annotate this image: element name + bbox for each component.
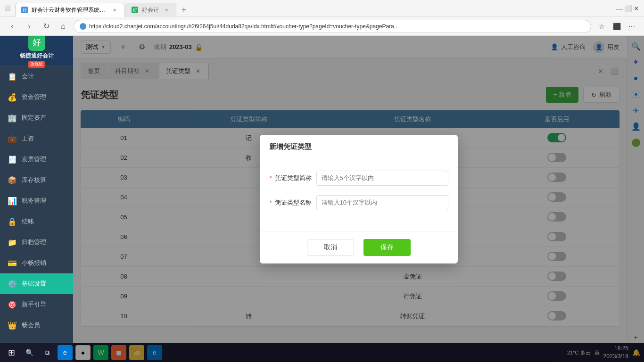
sidebar-item-archive-label: 归档管理	[22, 238, 46, 247]
bookmark-btn[interactable]: ☆	[595, 20, 608, 33]
sidebar-item-closing-label: 结账	[22, 217, 34, 226]
back-button[interactable]: ‹	[6, 20, 19, 33]
sidebar-item-invoice[interactable]: 🧾 发票管理	[0, 149, 73, 170]
address-bar-actions: ☆ ⬛ ⋯	[595, 20, 638, 33]
sidebar-item-closing[interactable]: 🔒 结账	[0, 211, 73, 232]
tab2-label: 好会计	[142, 6, 159, 14]
funds-icon: 💰	[8, 92, 17, 102]
sidebar-item-inventory-label: 库存核算	[22, 176, 46, 184]
required-icon-name: *	[270, 199, 272, 206]
extensions-btn[interactable]: ⬛	[610, 20, 623, 33]
sidebar-item-member[interactable]: 👑 畅会员	[0, 315, 73, 336]
sidebar-item-member-label: 畅会员	[22, 321, 40, 329]
task-view-btn[interactable]: ⧉	[40, 345, 55, 360]
address-bar: ‹ › ↻ ⌂ https://cloud2.chanjet.com/accou…	[0, 17, 644, 36]
invoice-icon: 🧾	[8, 155, 17, 164]
logo-text: 畅捷通好会计	[20, 52, 54, 60]
sidebar-item-payroll[interactable]: 💼 工资	[0, 128, 73, 149]
tab1-close[interactable]: ✕	[111, 6, 118, 14]
cancel-button[interactable]: 取消	[307, 239, 354, 256]
url-text: https://cloud2.chanjet.com/accounting/uh…	[89, 23, 399, 30]
sidebar-item-funds-label: 资金管理	[22, 93, 46, 101]
form-label-short: * 凭证类型简称	[269, 174, 312, 182]
required-icon-short: *	[270, 174, 272, 181]
archive-icon: 📁	[8, 238, 17, 247]
form-input-short[interactable]	[316, 171, 448, 186]
home-nav-button[interactable]: ⌂	[57, 20, 70, 33]
browser-titlebar: ⬜ 好 好会计云财务软件管理系统_会计 ✕ 好 好会计 ✕ + — ⬜ ✕	[0, 0, 644, 17]
modal-body: * 凭证类型简称 * 凭证类型名称	[260, 159, 458, 231]
taskbar-edge[interactable]: e	[58, 345, 73, 360]
fixed-assets-icon: 🏢	[8, 113, 17, 123]
sidebar-item-settings-label: 基础设置	[22, 280, 46, 288]
sidebar-logo: 好 畅捷通好会计 旗舰版	[0, 36, 73, 66]
accounting-icon: 📋	[8, 72, 17, 81]
window-minimize[interactable]: —	[616, 5, 623, 12]
sidebar-item-settings[interactable]: ⚙️ 基础设置	[0, 273, 73, 294]
sidebar-item-guide[interactable]: 🎯 新手引导	[0, 294, 73, 315]
sidebar-scroll: 📋 会计 💰 资金管理 🏢 固定资产 💼 工资 🧾 发票管理 📦 库存核	[0, 66, 73, 346]
window-close[interactable]: ✕	[633, 5, 640, 12]
browser-tab-2[interactable]: 好 好会计 ✕	[125, 3, 176, 17]
modal-overlay: 新增凭证类型 * 凭证类型简称 * 凭证类型名称 取消 保存	[73, 36, 644, 362]
member-icon: 👑	[8, 321, 17, 330]
refresh-nav-button[interactable]: ↻	[40, 20, 53, 33]
sidebar-item-inventory[interactable]: 📦 库存核算	[0, 170, 73, 190]
forward-button[interactable]: ›	[23, 20, 36, 33]
sidebar-item-fixed-assets-label: 固定资产	[22, 114, 46, 122]
modal-footer: 取消 保存	[260, 231, 458, 263]
guide-icon: 🎯	[8, 300, 17, 309]
window-restore[interactable]: ⬜	[624, 5, 632, 12]
closing-icon: 🔒	[8, 217, 17, 226]
new-tab-button[interactable]: +	[177, 4, 190, 17]
more-btn[interactable]: ⋯	[625, 20, 638, 33]
ssl-icon	[80, 23, 86, 30]
logo-box: 好 畅捷通好会计 旗舰版	[20, 36, 54, 68]
modal-dialog: 新增凭证类型 * 凭证类型简称 * 凭证类型名称 取消 保存	[260, 135, 458, 263]
sidebar-item-tax[interactable]: 📊 税务管理	[0, 190, 73, 211]
sidebar-item-payroll-label: 工资	[22, 134, 34, 143]
tab2-favicon: 好	[132, 7, 138, 13]
minimize-button[interactable]: ⬜	[4, 5, 11, 12]
form-row-name: * 凭证类型名称	[269, 195, 448, 210]
sidebar-item-expense-label: 小畅报销	[22, 259, 46, 267]
sidebar-item-expense[interactable]: 💳 小畅报销	[0, 253, 73, 273]
inventory-icon: 📦	[8, 175, 17, 185]
sidebar-item-archive[interactable]: 📁 归档管理	[0, 232, 73, 253]
tab-bar: 好 好会计云财务软件管理系统_会计 ✕ 好 好会计 ✕ +	[15, 0, 612, 17]
sidebar: 好 畅捷通好会计 旗舰版 📋 会计 💰 资金管理 🏢 固定资产 💼 工资	[0, 36, 73, 362]
settings-icon: ⚙️	[8, 279, 17, 288]
logo-icon: 好	[28, 36, 45, 51]
sidebar-item-funds[interactable]: 💰 资金管理	[0, 87, 73, 107]
form-input-name[interactable]	[316, 195, 448, 210]
search-taskbar-btn[interactable]: 🔍	[22, 345, 37, 360]
tab2-close[interactable]: ✕	[163, 6, 170, 14]
sidebar-item-guide-label: 新手引导	[22, 300, 46, 309]
url-bar[interactable]: https://cloud2.chanjet.com/accounting/uh…	[74, 20, 591, 33]
tab1-favicon: 好	[21, 7, 28, 13]
sidebar-item-accounting[interactable]: 📋 会计	[0, 66, 73, 87]
payroll-icon: 💼	[8, 134, 17, 143]
form-row-short: * 凭证类型简称	[269, 171, 448, 186]
sidebar-item-fixed-assets[interactable]: 🏢 固定资产	[0, 107, 73, 128]
browser-controls: ⬜	[4, 5, 11, 12]
window-controls: — ⬜ ✕	[616, 5, 640, 12]
tab1-label: 好会计云财务软件管理系统_会计	[32, 6, 107, 14]
modal-title: 新增凭证类型	[269, 142, 312, 150]
sidebar-item-tax-label: 税务管理	[22, 197, 46, 205]
expense-icon: 💳	[8, 258, 17, 268]
tax-icon: 📊	[8, 196, 17, 206]
form-label-name: * 凭证类型名称	[269, 198, 312, 207]
save-button[interactable]: 保存	[363, 239, 411, 256]
modal-header: 新增凭证类型	[260, 135, 458, 159]
start-button[interactable]: ⊞	[4, 345, 19, 360]
browser-tab-1[interactable]: 好 好会计云财务软件管理系统_会计 ✕	[15, 3, 124, 17]
sidebar-item-invoice-label: 发票管理	[22, 155, 46, 164]
sidebar-item-accounting-label: 会计	[22, 72, 34, 81]
